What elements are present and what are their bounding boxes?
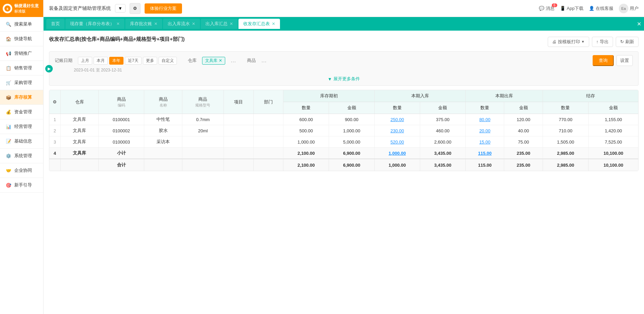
total-out-qty: 115.00 [465,159,504,171]
app-download-action[interactable]: 📱 App下载 [560,5,583,12]
refresh-btn[interactable]: ↻ 刷新 [616,37,639,47]
row-out-qty-2[interactable]: 20.00 [465,125,504,136]
th-warehouse: 仓库 [61,90,99,114]
row-out-amt-1: 120.00 [504,114,543,125]
refresh-icon: ↻ [620,39,624,44]
warehouse-ellipsis[interactable]: … [231,57,236,64]
row-out-qty-1[interactable]: 80.00 [465,114,504,125]
tab-close-inout-summary[interactable]: ✕ [230,21,233,26]
row-in-amt-3: 2,600.00 [420,136,466,148]
row-out-qty-3[interactable]: 15.00 [465,136,504,148]
tab-inout-flow[interactable]: 出入库流水 ✕ [163,19,200,29]
sidebar-logo: 6 畅捷通好生意 标准版 [0,0,43,17]
search-icon: 🔍 [5,21,12,27]
message-action[interactable]: 💬 消息 6 [539,5,555,12]
experience-button[interactable]: 体验行业方案 [145,3,182,14]
sidebar-item-inventory[interactable]: 📦 库存核算 [0,90,43,105]
row-num-2: 2 [49,125,61,136]
total-balance-amt: 10,100.00 [588,159,638,171]
filter-expand-arrow[interactable]: ▶ [45,65,53,72]
row-name-3: 采访本 [144,136,182,148]
row-in-qty-3[interactable]: 520.00 [375,136,420,148]
goods-ellipsis[interactable]: … [261,57,267,64]
date-shortcuts: 上月 本月 本年 近7天 更多 自定义 [78,57,177,65]
row-warehouse-3: 文具库 [61,136,99,148]
sidebar-item-enterprise[interactable]: 🤝 企业协同 [0,163,43,178]
table-settings-btn[interactable]: 设置 [616,55,633,66]
sidebar-item-guide[interactable]: 🎯 新手引导 [0,178,43,193]
avatar: Ea [619,4,628,13]
tabs-bar: 首页 现存量（库存分布表） ✕ 库存批次账 ✕ 出入库流水 ✕ 出入库汇总 ✕ … [44,17,644,31]
row-in-qty-1[interactable]: 250.00 [375,114,420,125]
page-content: 收发存汇总表(按仓库+商品编码+商品+规格型号+项目+部门) 🖨 按模板打印 ▼… [44,31,644,314]
th-goods-spec: 商品规格型号 [182,90,224,114]
tab-close-recv-send[interactable]: ✕ [272,21,275,26]
svg-text:6: 6 [6,7,8,11]
app-title-dropdown[interactable]: ▼ [115,4,126,13]
tab-recv-send[interactable]: 收发存汇总表 ✕ [238,19,280,29]
user-action[interactable]: Ea 用户 [619,4,639,13]
th-project: 项目 [224,90,253,114]
tab-close-inout-flow[interactable]: ✕ [192,21,195,26]
tab-close-inventory-dist[interactable]: ✕ [116,21,120,26]
warehouse-tag: 文具库 ✕ [202,57,225,65]
online-service-action[interactable]: 👤 在线客服 [589,5,613,12]
total-row: 合计 2,100.00 6,900.00 1,000.00 3,435.00 1… [49,159,638,171]
warehouse-tag-close[interactable]: ✕ [219,58,222,63]
tab-home[interactable]: 首页 [46,19,65,29]
sidebar-item-sales[interactable]: 📋 销售管理 [0,61,43,76]
date-btn-this-year[interactable]: 本年 [109,57,123,65]
sidebar-item-search[interactable]: 🔍 搜索菜单 [0,17,43,32]
date-btn-custom[interactable]: 自定义 [159,57,177,65]
tab-close-batch[interactable]: ✕ [154,21,158,26]
tab-batch[interactable]: 库存批次账 ✕ [125,19,162,29]
date-btn-last-month[interactable]: 上月 [78,57,92,65]
tab-inventory-dist[interactable]: 现存量（库存分布表） ✕ [65,19,125,29]
expand-more-btn[interactable]: ▼ 展开更多条件 [328,76,360,82]
operation-icon: 📊 [5,123,12,130]
sidebar-item-quick-nav[interactable]: 🏠 快捷导航 [0,32,43,46]
sidebar-item-purchase[interactable]: 🛒 采购管理 [0,76,43,90]
subtotal-label: 小计 [99,148,144,159]
enterprise-icon: 🤝 [5,167,12,173]
row-balance-qty-2: 710.00 [543,125,589,136]
subtotal-out-qty[interactable]: 115.00 [465,148,504,159]
total-in-amt: 3,435.00 [420,159,466,171]
sidebar-item-marketing[interactable]: 📢 营销推广 [0,46,43,61]
total-opening-qty: 2,100.00 [283,159,329,171]
table-row: 1 文具库 0100001 中性笔 0.7mm 600.00 900.00 25… [49,114,638,125]
date-btn-7days[interactable]: 近7天 [125,57,142,65]
row-num-3: 3 [49,136,61,148]
phone-icon: 📱 [560,6,565,11]
sidebar: 6 畅捷通好生意 标准版 🔍 搜索菜单 🏠 快捷导航 📢 营销推广 📋 销售管理… [0,0,44,314]
export-btn[interactable]: ↑ 导出 [592,37,613,47]
subtotal-in-qty[interactable]: 1,000.00 [375,148,420,159]
sidebar-item-basic[interactable]: 📝 基础信息 [0,134,43,149]
date-btn-this-month[interactable]: 本月 [94,57,108,65]
th-settings: ⚙ [49,90,61,114]
row-in-qty-2[interactable]: 230.00 [375,125,420,136]
message-icon: 💬 [539,6,544,11]
row-project-2 [224,125,253,136]
sidebar-item-operation[interactable]: 📊 经营管理 [0,119,43,134]
sidebar-item-system[interactable]: ⚙️ 系统管理 [0,149,43,163]
query-btn[interactable]: 查询 [593,55,614,66]
warehouse-label: 仓库 [188,57,197,64]
basic-icon: 📝 [5,138,12,144]
settings-button[interactable]: ⚙ [130,3,141,14]
date-range-display: 2023-01-01 至 2023-12-31 [74,68,122,72]
page-title: 收发存汇总表(按仓库+商品编码+商品+规格型号+项目+部门) [49,36,185,43]
main-area: 装备及固定资产辅助管理系统 ▼ ⚙ 体验行业方案 💬 消息 6 📱 App下载 … [44,0,644,314]
row-balance-qty-1: 770.00 [543,114,589,125]
expand-icon: ▼ [328,77,332,82]
date-btn-more[interactable]: 更多 [143,57,157,65]
tabs-close-all[interactable]: ✕ [637,21,641,27]
row-opening-qty-3: 1,000.00 [283,136,329,148]
th-out-qty: 数量 [465,102,504,114]
row-opening-amt-1: 900.00 [329,114,375,125]
chevron-down-icon: ▼ [581,40,585,44]
print-btn[interactable]: 🖨 按模板打印 ▼ [548,37,589,47]
tab-inout-summary[interactable]: 出入库汇总 ✕ [201,19,238,29]
row-spec-1: 0.7mm [182,114,224,125]
sidebar-item-finance[interactable]: 💰 资金管理 [0,105,43,119]
